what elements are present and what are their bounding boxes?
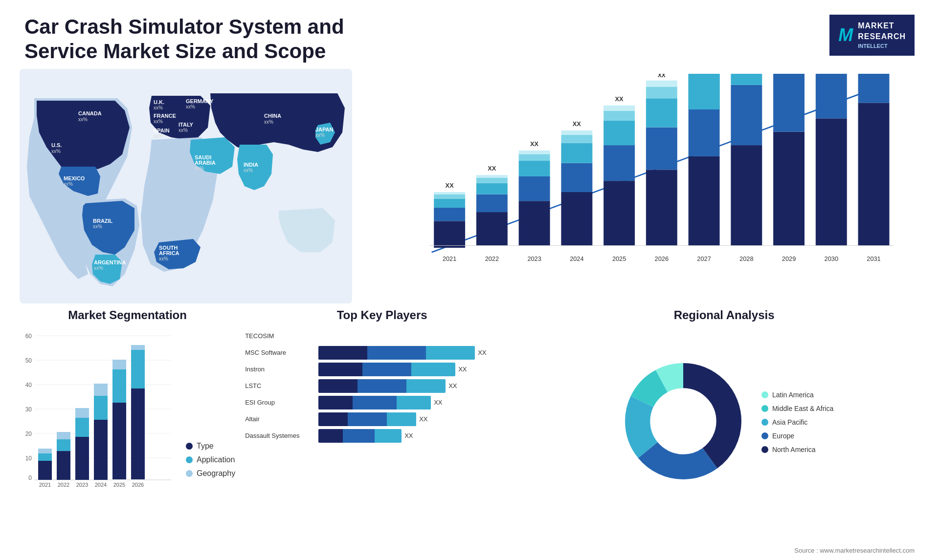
svg-text:ARABIA: ARABIA (195, 160, 216, 166)
label-italy: ITALY (179, 122, 194, 128)
svg-rect-26 (476, 212, 508, 245)
bar-2024: XX 2024 (561, 120, 592, 263)
legend-asia-pacific: Asia Pacific (761, 418, 833, 426)
svg-rect-108 (57, 451, 70, 480)
player-xx-lstc: XX (448, 382, 457, 389)
svg-rect-61 (689, 156, 720, 246)
seg-svg-wrapper: 60 50 40 30 20 10 0 (20, 329, 176, 493)
bar-2023: XX 2023 (519, 140, 550, 263)
svg-rect-44 (561, 130, 592, 135)
player-bar-esi (318, 396, 431, 409)
top-players-section: Top Key Players TECOSIM MSC Software XX (245, 308, 519, 518)
svg-rect-109 (57, 439, 70, 451)
svg-text:2023: 2023 (76, 482, 88, 488)
bar-seg1-instron (318, 363, 362, 376)
svg-rect-68 (731, 85, 762, 145)
svg-text:XX: XX (573, 120, 581, 128)
label-germany: GERMANY (186, 98, 214, 104)
svg-rect-47 (604, 181, 635, 245)
label-brazil: BRAZIL (93, 218, 113, 224)
brand-line3: INTELLECT (858, 43, 906, 50)
player-row-esi: ESI Group XX (245, 396, 519, 409)
bar-2031: XX 2031 (858, 74, 890, 262)
svg-text:xx%: xx% (159, 256, 168, 261)
legend-mea: Middle East & Africa (761, 405, 833, 412)
svg-text:60: 60 (25, 333, 32, 340)
player-bar-dassault (318, 429, 402, 443)
svg-rect-56 (646, 98, 677, 127)
label-mexico: MEXICO (64, 175, 85, 181)
svg-text:XX: XX (530, 140, 539, 148)
svg-rect-77 (816, 118, 847, 245)
bar-2029: XX 2029 (773, 74, 805, 262)
player-row-dassault: Dassault Systemes XX (245, 429, 519, 443)
label-asia-pacific: Asia Pacific (772, 418, 807, 426)
svg-rect-33 (519, 201, 550, 245)
svg-rect-23 (434, 192, 465, 194)
svg-rect-27 (476, 194, 508, 212)
player-name-tecosim: TECOSIM (245, 332, 313, 340)
svg-text:xx%: xx% (154, 133, 163, 139)
svg-rect-113 (75, 418, 89, 437)
dot-asia-pacific (761, 419, 768, 426)
legend-label-geography: Geography (197, 469, 235, 478)
logo-box: M MARKET RESEARCH INTELLECT (829, 15, 915, 56)
regional-inner: Latin America Middle East & Africa Asia … (529, 329, 919, 515)
svg-rect-116 (94, 420, 108, 480)
svg-rect-117 (94, 396, 108, 420)
label-uk: U.K. (154, 99, 164, 105)
bar-seg2-esi (353, 396, 397, 409)
svg-rect-82 (858, 103, 890, 245)
bar-2028: XX 2028 (731, 74, 762, 262)
bar-seg2-instron (362, 363, 411, 376)
player-bar-wrap-esi: XX (318, 396, 519, 409)
svg-rect-73 (773, 74, 805, 132)
player-name-msc: MSC Software (245, 349, 313, 356)
svg-text:XX: XX (488, 165, 496, 172)
svg-rect-106 (38, 449, 52, 453)
donut-legend: Latin America Middle East & Africa Asia … (761, 391, 833, 453)
svg-rect-110 (57, 432, 70, 439)
svg-text:xx%: xx% (195, 166, 204, 171)
bar-2022: XX 2022 (476, 165, 508, 262)
svg-text:XX: XX (658, 74, 666, 79)
player-bar-wrap-altair: XX (318, 412, 519, 426)
svg-rect-105 (38, 453, 52, 461)
svg-text:2031: 2031 (867, 255, 880, 262)
svg-rect-69 (731, 74, 762, 85)
player-row-altair: Altair XX (245, 412, 519, 426)
svg-rect-19 (434, 221, 465, 248)
world-map-container: CANADA xx% U.S. xx% MEXICO xx% BRAZIL xx… (20, 69, 352, 303)
svg-text:2023: 2023 (527, 255, 541, 262)
svg-text:XX: XX (615, 95, 624, 102)
bar-seg1-msc (318, 346, 367, 360)
svg-rect-36 (519, 154, 550, 161)
regional-title: Regional Analysis (529, 308, 919, 322)
svg-text:2024: 2024 (570, 255, 583, 262)
svg-rect-37 (519, 151, 550, 154)
svg-rect-67 (731, 145, 762, 245)
legend-geography: Geography (186, 469, 235, 478)
dot-mea (761, 405, 768, 412)
seg-bar-svg: 60 50 40 30 20 10 0 (20, 329, 176, 491)
svg-rect-48 (604, 145, 635, 181)
svg-rect-30 (476, 175, 508, 177)
player-xx-dassault: XX (404, 432, 413, 439)
bar-seg1-altair (318, 412, 348, 426)
world-map-svg: CANADA xx% U.S. xx% MEXICO xx% BRAZIL xx… (20, 69, 352, 303)
player-xx-instron: XX (458, 366, 467, 373)
regional-section: Regional Analysis (529, 308, 919, 518)
svg-rect-72 (773, 131, 805, 245)
logo-area: M MARKET RESEARCH INTELLECT (829, 15, 915, 56)
player-bar-wrap-lstc: XX (318, 379, 519, 393)
svg-rect-83 (858, 74, 890, 103)
svg-rect-58 (646, 80, 677, 86)
legend-application: Application (186, 455, 235, 464)
bar-seg1-lstc (318, 379, 358, 393)
svg-text:xx%: xx% (154, 105, 163, 110)
bar-chart-svg: XX 2021 XX 2022 XX 2023 (391, 74, 910, 279)
svg-rect-64 (689, 74, 720, 105)
svg-text:2021: 2021 (39, 482, 51, 488)
player-xx-msc: XX (478, 349, 486, 356)
page-title: Car Crash Simulator System and Service M… (24, 15, 367, 64)
